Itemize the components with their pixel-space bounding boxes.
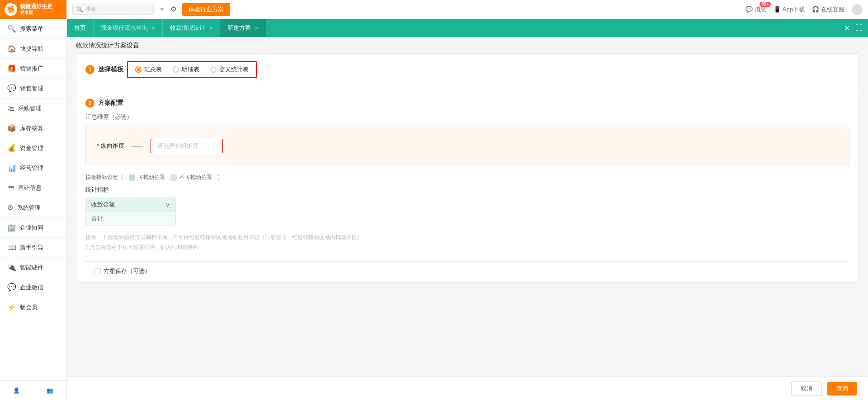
sales-icon: 💬	[7, 84, 16, 93]
system-icon: ⚙	[7, 203, 14, 212]
sidebar-item-new-guide[interactable]: 📖 新手引导	[0, 238, 66, 258]
tab-new-plan[interactable]: 新建方案 ×	[220, 19, 266, 37]
search-menu-icon: 🔍	[7, 24, 16, 33]
tab-new-plan-close[interactable]: ×	[255, 24, 258, 32]
sidebar-bottom-left[interactable]: 👤	[0, 381, 33, 400]
stats-table: 收款金额 ∨ 合计	[85, 198, 176, 226]
sidebar-item-label: 畅会员	[20, 303, 38, 311]
legend-draggable: 可拖动位置	[129, 174, 165, 181]
operations-icon: 📊	[7, 164, 16, 172]
topbar-dropdown-arrow[interactable]: ▼	[159, 6, 165, 13]
tab-bank-flow[interactable]: 现金银行流水查询 ×	[94, 19, 163, 37]
basic-info-icon: 🗃	[7, 184, 14, 192]
new-guide-icon: 📖	[7, 243, 16, 252]
online-support-btn[interactable]: 🎧 在线客服	[812, 5, 844, 14]
fund-icon: 💰	[7, 144, 16, 152]
radio-cross-label: 交叉统计表	[219, 66, 249, 74]
sidebar-item-sales[interactable]: 💬 销售管理	[0, 79, 66, 99]
app-download-btn[interactable]: 📱 App下载	[774, 5, 805, 14]
enterprise-wechat-icon: 💬	[7, 283, 16, 292]
search-box[interactable]: 🔍 搜索	[72, 4, 154, 15]
save-checkbox[interactable]	[94, 268, 101, 274]
stats-table-row: 合计	[86, 212, 175, 226]
sidebar-item-label: 库存核算	[20, 124, 43, 132]
sidebar-item-search-menu[interactable]: 🔍 搜索菜单	[0, 19, 66, 39]
brand-badge: 标准版	[20, 9, 52, 16]
sidebar-item-basic-info[interactable]: 🗃 基础信息	[0, 178, 66, 198]
sidebar-item-operations[interactable]: 📊 经营管理	[0, 158, 66, 178]
vertical-dim-label: * 纵向维度	[97, 142, 124, 150]
sidebar-item-system[interactable]: ⚙ 系统管理	[0, 198, 66, 218]
template-radio-group: 汇总表 明细表 交叉统计表	[127, 61, 257, 78]
tab-collection-stat[interactable]: 收款情况统计 ×	[163, 19, 220, 37]
radio-cross[interactable]: 交叉统计表	[210, 66, 249, 74]
tips-section: 提示： 1.拖动标题栏可以调整布局，不可跨维度或指标区域拖动栏目字段（只能在同一…	[85, 227, 849, 254]
radio-summary[interactable]: 汇总表	[135, 66, 162, 74]
step2-label: 方案配置	[98, 99, 123, 107]
tab-home[interactable]: 首页	[67, 19, 94, 37]
legend-draggable-box	[129, 174, 135, 181]
tab-collection-stat-close[interactable]: ×	[209, 24, 212, 32]
step1-label: 选择模板	[98, 66, 123, 74]
tab-bank-flow-close[interactable]: ×	[151, 24, 155, 32]
step1-section: 1 选择模板 汇总表 明细表 交叉统计表	[76, 54, 859, 91]
radio-detail[interactable]: 明细表	[173, 66, 199, 74]
enterprise-icon: 🏢	[7, 223, 16, 232]
sidebar-item-label: 企业微信	[20, 283, 43, 292]
legend-fixed-label: 不可拖动位置	[179, 174, 212, 181]
tab-new-plan-label: 新建方案	[227, 24, 251, 32]
tip-line-2: 2.点击标题栏下拉可设置排序、插入列和删除列	[85, 243, 849, 253]
sidebar-item-enterprise-wechat[interactable]: 💬 企业微信	[0, 278, 66, 297]
brand-name: 畅捷通好生意	[20, 3, 52, 9]
sidebar-bottom-right[interactable]: 👥	[33, 381, 67, 400]
sidebar-logo: 畅 畅捷通好生意 标准版	[0, 0, 66, 19]
avatar-img	[852, 4, 863, 15]
step2-num: 2	[85, 99, 94, 108]
legend-draggable-label: 可拖动位置	[138, 174, 165, 181]
sidebar-item-label: 智能硬件	[20, 264, 43, 272]
member-icon: ⚡	[7, 303, 16, 311]
sidebar-item-label: 采购管理	[18, 104, 42, 113]
topbar-right: 💬 消息 99+ 📱 App下载 🎧 在线客服	[745, 4, 863, 15]
tab-bank-flow-label: 现金银行流水查询	[101, 24, 148, 32]
radio-summary-label: 汇总表	[144, 66, 162, 74]
legend-fixed: 不可拖动位置	[170, 174, 212, 181]
smart-hw-icon: 🔌	[7, 263, 16, 272]
tab-close-all-icon[interactable]: ✕	[844, 24, 850, 33]
query-button[interactable]: 查询	[827, 382, 857, 395]
sidebar-item-smart-hw[interactable]: 🔌 智能硬件	[0, 258, 66, 278]
step1-header: 1 选择模板 汇总表 明细表 交叉统计表	[85, 61, 849, 78]
sidebar-item-label: 企业协同	[20, 224, 43, 232]
cancel-button[interactable]: 取消	[791, 381, 822, 396]
stats-table-header: 收款金额 ∨	[86, 198, 175, 212]
sidebar-item-member[interactable]: ⚡ 畅会员	[0, 297, 66, 317]
sidebar-item-purchase[interactable]: 🛍 采购管理	[0, 99, 66, 118]
sidebar-item-label: 营销推广	[20, 65, 43, 73]
dim-select[interactable]: 请选择分组维度	[151, 139, 223, 153]
sidebar-item-quick-nav[interactable]: 🏠 快捷导航	[0, 39, 66, 59]
message-icon: 💬	[745, 6, 753, 13]
sidebar-item-fund[interactable]: 💰 资金管理	[0, 138, 66, 158]
save-section: 方案保存（可选）	[85, 261, 849, 281]
sidebar-item-inventory[interactable]: 📦 库存核算	[0, 118, 66, 138]
metrics-header-label: 统计指标	[85, 186, 849, 194]
logo-icon: 畅	[5, 3, 17, 16]
marketing-icon: 🎁	[7, 64, 16, 73]
user-avatar[interactable]	[852, 4, 863, 15]
message-btn[interactable]: 💬 消息 99+	[745, 5, 766, 14]
save-checkbox-label[interactable]: 方案保存（可选）	[94, 267, 151, 275]
sidebar-item-enterprise[interactable]: 🏢 企业协同	[0, 218, 66, 238]
radio-detail-label: 明细表	[182, 66, 199, 74]
step2-section: 2 方案配置 汇总维度（必选） * 纵向维度 —— 请选择分组维度 模板指标设定…	[76, 91, 859, 261]
sidebar-item-label: 经营管理	[20, 164, 43, 172]
save-label: 方案保存（可选）	[104, 267, 151, 275]
metrics-legend-row: 模板指标设定（ 可拖动位置 不可拖动位置 ）	[85, 174, 849, 181]
sidebar-item-label: 基础信息	[18, 184, 42, 192]
dim-select-placeholder: 请选择分组维度	[157, 142, 198, 150]
trial-btn[interactable]: 体验行业方案	[182, 3, 230, 16]
sidebar-item-marketing[interactable]: 🎁 营销推广	[0, 59, 66, 79]
topbar-gear-icon[interactable]: ⚙	[170, 5, 177, 14]
col-dropdown-icon[interactable]: ∨	[165, 202, 170, 208]
step2-header: 2 方案配置	[85, 99, 849, 108]
tab-expand-icon[interactable]: ⛶	[855, 24, 863, 32]
